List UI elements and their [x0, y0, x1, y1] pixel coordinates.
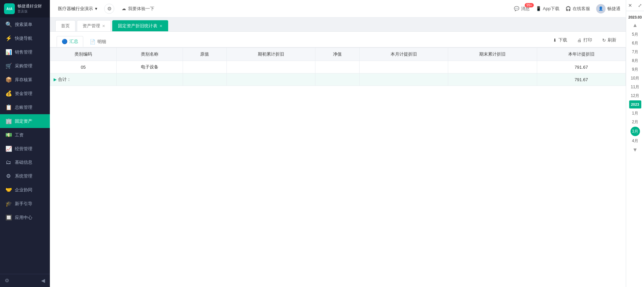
experience-label: 我要体验一下 — [128, 6, 154, 12]
sidebar-item-label-purchase: 采购管理 — [15, 63, 32, 69]
message-icon: 💬 — [514, 6, 519, 11]
experience-button[interactable]: ☁ 我要体验一下 — [118, 4, 158, 13]
month-item-4[interactable]: 4月 — [629, 137, 641, 145]
table-header-row: 类别编码 类别名称 原值 期初累计折旧 净值 本月计提折旧 期末累计折旧 本年计… — [50, 48, 626, 61]
logo-text-group: 畅捷通好业财 普及版 — [18, 4, 42, 14]
sidebar-menu: 🔍 搜索菜单 ⚡ 快捷导航 📊 销售管理 🛒 采购管理 📦 库存核算 💰 资金管… — [0, 18, 50, 274]
subtab-summary[interactable]: 🔵 汇总 — [57, 36, 83, 47]
tab-asset-mgmt[interactable]: 资产管理 ✕ — [77, 20, 111, 31]
subtab-summary-icon: 🔵 — [62, 39, 67, 44]
tab-fixed-depreciation-close[interactable]: ✕ — [159, 24, 162, 28]
tab-home[interactable]: 首页 — [55, 20, 75, 31]
sidebar-item-label-inventory: 库存核算 — [15, 77, 32, 83]
sidebar-item-label-sales: 销售管理 — [15, 49, 32, 55]
panel-nav-down[interactable]: ▼ — [631, 145, 640, 155]
sidebar-item-quicknav[interactable]: ⚡ 快捷导航 — [0, 31, 50, 45]
topbar-right: 💬 消息 99+ 📱 App下载 🎧 在线客服 👤 畅捷通 — [514, 4, 620, 13]
print-label: 打印 — [583, 37, 592, 43]
sidebar-collapse-icon[interactable]: ◀ — [41, 278, 45, 284]
subtab-summary-label: 汇总 — [69, 38, 78, 44]
col-net: 净值 — [315, 48, 359, 61]
company-selector[interactable]: 医疗器械行业演示 ▾ — [55, 4, 100, 13]
appcenter-icon: 🔲 — [5, 214, 11, 221]
tab-asset-mgmt-label: 资产管理 — [83, 23, 100, 29]
subtotal-init-accum — [227, 73, 315, 86]
col-year-dep: 本年计提折旧 — [537, 48, 625, 61]
content-area: 🔵 汇总 📄 明细 ⬇ 下载 🖨 打印 ↻ — [50, 32, 626, 287]
topbar-settings-button[interactable]: ⚙ — [104, 4, 114, 14]
subtotal-original — [183, 73, 226, 86]
tab-fixed-depreciation[interactable]: 固定资产折旧统计表 ✕ — [112, 20, 168, 31]
month-item-1[interactable]: 1月 — [629, 109, 641, 117]
app-logo: AtA 畅捷通好业财 普及版 — [0, 0, 50, 18]
sidebar-item-salary[interactable]: 💵 工资 — [0, 128, 50, 142]
sidebar-item-purchase[interactable]: 🛒 采购管理 — [0, 59, 50, 73]
cell-year-dep: 791.67 — [537, 61, 625, 73]
refresh-button[interactable]: ↻ 刷新 — [600, 36, 619, 44]
sidebar-item-sysadmin[interactable]: ⚙ 系统管理 — [0, 169, 50, 183]
month-item-3-active[interactable]: 3月 — [631, 127, 640, 136]
month-item-6[interactable]: 6月 — [629, 39, 641, 47]
panel-nav-up[interactable]: ▲ — [631, 21, 640, 30]
sidebar-item-label-appcenter: 应用中心 — [15, 215, 32, 221]
sidebar-settings-icon[interactable]: ⚙ — [5, 278, 9, 284]
logo-subtitle: 普及版 — [18, 9, 42, 14]
subtotal-icon: ▶合计： — [50, 73, 117, 86]
sidebar-item-inventory[interactable]: 📦 库存核算 — [0, 73, 50, 87]
sidebar-item-label-search: 搜索菜单 — [15, 22, 32, 28]
sidebar-item-finance[interactable]: 💰 资金管理 — [0, 87, 50, 100]
finance-icon: 💰 — [5, 90, 11, 97]
table-row: 05 电子设备 791.67 — [50, 61, 626, 73]
message-badge: 99+ — [525, 3, 534, 7]
panel-close-button[interactable]: ✕ — [628, 3, 632, 8]
subtabs-left: 🔵 汇总 📄 明细 — [57, 36, 111, 47]
sidebar-item-ledger[interactable]: 📋 总账管理 — [0, 100, 50, 114]
fixedassets-icon: 🏢 — [5, 118, 11, 124]
sidebar-item-guide[interactable]: 🎓 新手引导 — [0, 197, 50, 211]
message-button[interactable]: 💬 消息 99+ — [514, 6, 530, 12]
subtotal-name — [116, 73, 183, 86]
sidebar-item-fixedassets[interactable]: 🏢 固定资产 — [0, 114, 50, 128]
sidebar-item-enterprise[interactable]: 🤝 企业协同 — [0, 183, 50, 197]
month-item-11[interactable]: 11月 — [629, 83, 641, 91]
month-item-7[interactable]: 7月 — [629, 48, 641, 56]
sales-icon: 📊 — [5, 49, 11, 55]
sidebar-item-label-sysadmin: 系统管理 — [15, 173, 32, 179]
search-icon: 🔍 — [5, 21, 11, 28]
sidebar-item-label-fixedassets: 固定资产 — [15, 118, 32, 124]
sysadmin-icon: ⚙ — [5, 173, 11, 179]
subtab-detail[interactable]: 📄 明细 — [85, 36, 111, 47]
sidebar-item-basicinfo[interactable]: 🗂 基础信息 — [0, 156, 50, 169]
panel-expand-button[interactable]: ⤢ — [638, 3, 642, 8]
col-name: 类别名称 — [116, 48, 183, 61]
month-item-10[interactable]: 10月 — [629, 74, 641, 82]
refresh-label: 刷新 — [608, 37, 616, 43]
month-item-12[interactable]: 12月 — [629, 92, 641, 100]
month-item-8[interactable]: 8月 — [629, 57, 641, 65]
sidebar-item-operations[interactable]: 📈 经营管理 — [0, 142, 50, 156]
app-download-button[interactable]: 📱 App下载 — [536, 6, 559, 12]
sidebar-item-sales[interactable]: 📊 销售管理 — [0, 45, 50, 59]
panel-header: ✕ ⤢ — [626, 3, 644, 11]
customer-service-button[interactable]: 🎧 在线客服 — [565, 6, 590, 12]
panel-period-label: 2023.03 — [628, 15, 642, 19]
month-item-2[interactable]: 2月 — [629, 118, 641, 126]
basicinfo-icon: 🗂 — [5, 159, 11, 165]
customer-service-icon: 🎧 — [565, 6, 571, 11]
month-item-9[interactable]: 9月 — [629, 65, 641, 73]
download-icon: ⬇ — [553, 38, 557, 43]
sidebar-item-label-salary: 工资 — [15, 132, 24, 138]
print-button[interactable]: 🖨 打印 — [575, 36, 595, 44]
sidebar-item-appcenter[interactable]: 🔲 应用中心 — [0, 211, 50, 224]
tab-asset-mgmt-close[interactable]: ✕ — [102, 24, 105, 28]
company-dropdown-icon: ▾ — [95, 6, 97, 11]
main-area: 医疗器械行业演示 ▾ ⚙ ☁ 我要体验一下 💬 消息 99+ 📱 App下载 🎧… — [50, 0, 626, 287]
user-profile[interactable]: 👤 畅捷通 — [596, 4, 620, 13]
logo-title: 畅捷通好业财 — [18, 4, 42, 9]
download-button[interactable]: ⬇ 下载 — [550, 36, 570, 44]
customer-service-label: 在线客服 — [573, 6, 590, 12]
month-item-5[interactable]: 5月 — [629, 30, 641, 38]
user-name: 畅捷通 — [607, 6, 620, 12]
sidebar-item-search[interactable]: 🔍 搜索菜单 — [0, 18, 50, 31]
tab-home-label: 首页 — [61, 23, 70, 29]
